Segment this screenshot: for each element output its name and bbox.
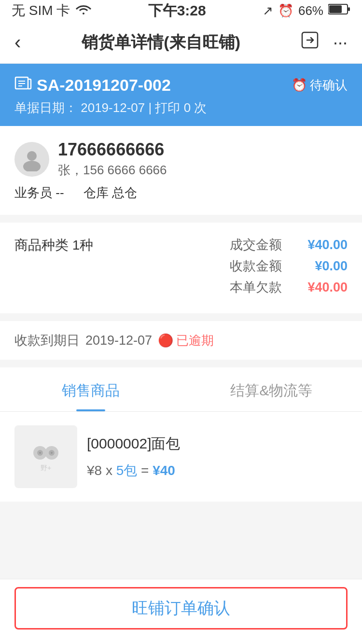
status-left: 无 SIM 卡 xyxy=(12,1,91,20)
tabs-header: 销售商品 结算&物流等 xyxy=(0,367,362,412)
sales-value: -- xyxy=(56,185,64,200)
battery-icon xyxy=(328,3,350,18)
due-label: 收款到期日 xyxy=(14,332,80,349)
warehouse-value: 总仓 xyxy=(112,185,137,200)
overdue-icon: 🔴 xyxy=(158,333,173,348)
tab-settlement-logistics[interactable]: 结算&物流等 xyxy=(181,367,362,411)
product-item: 野+ [0000002]面包 ¥8 x 5包 = ¥40 xyxy=(0,412,362,502)
confirm-order-button[interactable]: 旺铺订单确认 xyxy=(14,587,348,630)
svg-rect-2 xyxy=(329,5,342,13)
wifi-icon xyxy=(76,3,91,18)
share-icon[interactable] xyxy=(301,31,319,53)
tab-sales-products[interactable]: 销售商品 xyxy=(0,367,181,411)
svg-point-8 xyxy=(27,151,37,161)
status-bar: 无 SIM 卡 下午3:28 ↗ ⏰ 66% xyxy=(0,0,362,21)
bottom-bar: 旺铺订单确认 xyxy=(0,579,362,644)
summary-right: 成交金额 ¥40.00 收款金额 ¥0.00 本单欠款 ¥40.00 xyxy=(230,236,348,300)
order-banner: SA-20191207-002 ⏰ 待确认 单据日期： 2019-12-07 |… xyxy=(0,64,362,126)
order-icon xyxy=(14,75,32,95)
svg-point-15 xyxy=(51,452,53,454)
product-calc: ¥8 x 5包 = ¥40 xyxy=(87,462,348,480)
customer-section: 17666666666 张，156 6666 6666 业务员 -- 仓库 总仓 xyxy=(0,126,362,215)
status-time: 下午3:28 xyxy=(148,1,206,21)
clock-icon: ⏰ xyxy=(292,78,307,93)
nav-bar: ‹ 销货单详情(来自旺铺) ··· xyxy=(0,21,362,64)
transaction-amount: 成交金额 ¥40.00 xyxy=(230,236,348,253)
avatar xyxy=(14,142,49,177)
customer-meta: 业务员 -- 仓库 总仓 xyxy=(14,184,348,201)
carrier-text: 无 SIM 卡 xyxy=(12,1,70,20)
svg-point-14 xyxy=(39,452,41,454)
page-title: 销货单详情(来自旺铺) xyxy=(82,31,240,54)
order-status: ⏰ 待确认 xyxy=(292,77,348,94)
bottom-spacer xyxy=(0,502,362,560)
overdue-text: 已逾期 xyxy=(176,332,214,349)
more-icon[interactable]: ··· xyxy=(333,32,348,53)
product-thumbnail: 野+ xyxy=(14,425,77,488)
battery-text: 66% xyxy=(298,3,323,18)
customer-phone: 17666666666 xyxy=(58,140,167,160)
order-date-row: 单据日期： 2019-12-07 | 打印 0 次 xyxy=(14,99,348,116)
svg-text:野+: 野+ xyxy=(41,464,51,472)
nav-actions: ··· xyxy=(301,31,348,53)
customer-name: 张，156 6666 6666 xyxy=(58,162,167,179)
received-amount: 收款金额 ¥0.00 xyxy=(230,257,348,275)
overdue-badge: 🔴 已逾期 xyxy=(158,332,214,349)
owed-amount: 本单欠款 ¥40.00 xyxy=(230,279,348,296)
warehouse: 仓库 总仓 xyxy=(84,184,137,201)
due-date-value: 2019-12-07 xyxy=(85,333,152,348)
status-right: ↗ ⏰ 66% xyxy=(263,3,350,18)
tabs-section: 销售商品 结算&物流等 野+ [0000002]面包 ¥8 x 5包 xyxy=(0,367,362,502)
svg-rect-1 xyxy=(348,7,350,11)
alarm-icon: ⏰ xyxy=(278,3,293,18)
summary-left: 商品种类 1种 xyxy=(14,236,93,257)
location-icon: ↗ xyxy=(263,3,273,18)
sales-person: 业务员 -- xyxy=(14,184,64,201)
order-id: SA-20191207-002 xyxy=(14,75,171,95)
product-info: [0000002]面包 ¥8 x 5包 = ¥40 xyxy=(87,434,348,480)
product-name: [0000002]面包 xyxy=(87,434,348,454)
product-type-row: 商品种类 1种 xyxy=(14,236,93,254)
svg-point-9 xyxy=(23,161,41,171)
summary-section: 商品种类 1种 成交金额 ¥40.00 收款金额 ¥0.00 本单欠款 ¥40.… xyxy=(0,223,362,313)
back-button[interactable]: ‹ xyxy=(14,31,21,53)
due-date-section: 收款到期日 2019-12-07 🔴 已逾期 xyxy=(0,321,362,360)
